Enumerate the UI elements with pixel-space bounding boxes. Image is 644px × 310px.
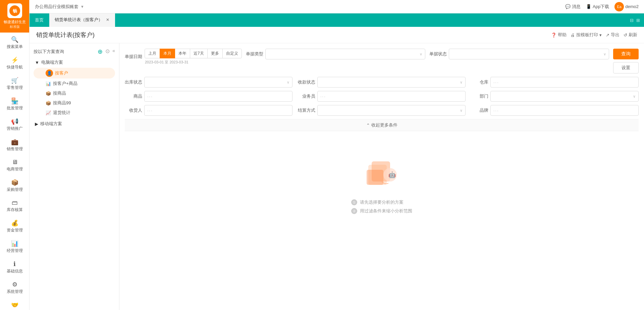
left-panel: 按以下方案查询 ⊕ ⊙ « ▼ 电脑端方案 👤 [30, 43, 119, 310]
sidebar-label-6: 电商管理 [7, 166, 23, 172]
setting-btn[interactable]: 设置 [613, 62, 639, 73]
customer-icon: 👤 [46, 69, 53, 77]
department-label: 部门 [471, 93, 488, 99]
payment-status-input[interactable]: ∨ [317, 77, 466, 88]
tab-minimize-icon[interactable]: ⊟ [630, 18, 634, 23]
out-status-filter: 出库状态 ∨ [125, 77, 292, 88]
department-filter: 部门 ∨ [471, 91, 639, 102]
sidebar-icon-3: 🏪 [11, 97, 18, 105]
tree-parent-mobile[interactable]: ▶ 移动端方案 [32, 119, 116, 129]
receiver-filter: 收货人 ··· [125, 105, 292, 116]
sidebar-label-4: 营销推广 [7, 126, 23, 132]
tip-text-1: 请先选择要分析的方案 [360, 199, 404, 205]
message-btn[interactable]: 💬 消息 [565, 4, 581, 10]
returns-icon: 📈 [46, 110, 51, 115]
sidebar-item-8[interactable]: 🗃库存核算 [0, 196, 29, 216]
svg-text:🤖: 🤖 [388, 171, 396, 178]
tab-sales-stat[interactable]: 销货单统计表（按客户） ✕ [49, 13, 115, 27]
out-status-input[interactable]: ∨ [144, 77, 292, 88]
message-icon: 💬 [565, 4, 571, 9]
doc-type-label: 单据类型 [246, 51, 263, 57]
doc-status-input[interactable]: ∨ [449, 49, 609, 59]
tree-child-goods[interactable]: 📦 按商品 [34, 89, 115, 98]
sidebar-item-12[interactable]: ⚙系统管理 [0, 277, 29, 298]
export-btn[interactable]: ↗ 导出 [606, 32, 620, 38]
print-dropdown-icon: ▾ [599, 33, 602, 38]
query-btn[interactable]: 查询 [613, 49, 639, 59]
sidebar-item-3[interactable]: 🏪批发管理 [0, 94, 29, 114]
sidebar-label-8: 库存核算 [7, 207, 23, 213]
app-download-btn[interactable]: 📱 App下载 [586, 4, 609, 10]
tree-child-by-customer[interactable]: 👤 按客户 [34, 68, 115, 79]
topbar-right: 💬 消息 📱 App下载 Ea demo2 [565, 2, 639, 11]
sidebar-item-4[interactable]: 📢营销推广 [0, 114, 29, 135]
tab-home[interactable]: 首页 [30, 13, 49, 27]
collapse-panel-btn[interactable]: « [112, 48, 115, 55]
empty-tip-2: ② 用过滤条件来缩小分析范围 [351, 208, 412, 214]
tab-home-label: 首页 [35, 17, 44, 23]
add-scheme-btn[interactable]: ⊕ [98, 48, 103, 55]
sidebar-icon-8: 🗃 [12, 199, 18, 206]
date-btn-custom[interactable]: 自定义 [222, 49, 242, 58]
sidebar-item-5[interactable]: 💼销售管理 [0, 135, 29, 155]
tab-close-icon[interactable]: ✕ [106, 17, 109, 22]
sidebar-item-11[interactable]: ℹ基础信息 [0, 257, 29, 277]
tab-actions: ⊟ ⊞ [626, 13, 644, 27]
department-input[interactable]: ∨ [490, 91, 639, 102]
sidebar-item-10[interactable]: 📊经营管理 [0, 237, 29, 257]
settlement-label: 结算方式 [298, 107, 315, 113]
doc-type-input[interactable]: ∨ [265, 49, 426, 59]
sidebar-item-1[interactable]: ⚡快捷导航 [0, 53, 29, 73]
date-btn-this-year[interactable]: 本年 [175, 49, 190, 58]
print-btn[interactable]: 🖨 按模板打印 ▾ [571, 32, 602, 38]
sidebar-icon-13: 🤝 [11, 301, 18, 309]
sidebar-icon-5: 💼 [11, 138, 18, 146]
action-buttons: 查询 设置 [613, 49, 639, 73]
sidebar-item-2[interactable]: 🛒零售管理 [0, 73, 29, 94]
customer-goods-icon: 📊 [46, 81, 51, 86]
date-btn-7days[interactable]: 近7天 [190, 49, 208, 58]
export-label: 导出 [611, 32, 620, 38]
sidebar-item-9[interactable]: 💰资金管理 [0, 216, 29, 237]
tree-parent-desktop[interactable]: ▼ 电脑端方案 [32, 57, 116, 67]
panel-header: 按以下方案查询 ⊕ ⊙ « [30, 46, 119, 57]
tree-child-returns[interactable]: 📈 退货统计 [34, 108, 115, 117]
tree-parent-label-mobile: 移动端方案 [40, 121, 62, 127]
logo-text: 畅捷通好生意 [4, 19, 26, 24]
brand-input[interactable]: ··· [490, 105, 639, 116]
collapse-bar[interactable]: ⌃ 收起更多条件 [125, 119, 639, 131]
sidebar-item-13[interactable]: 🤝企业协同 [0, 298, 29, 310]
page-title: 销货单统计表(按客户) [36, 31, 95, 39]
date-btn-last-month[interactable]: 上月 [145, 49, 160, 58]
date-btn-more[interactable]: 更多 [207, 49, 223, 58]
tree-child-customer-goods[interactable]: 📊 按客户+商品 [34, 79, 115, 88]
tab-maximize-icon[interactable]: ⊞ [636, 18, 640, 23]
warehouse-input[interactable]: ··· [490, 77, 639, 88]
warehouse-label: 仓库 [471, 79, 488, 85]
sidebar-label-5: 销售管理 [7, 146, 23, 152]
panel-header-title: 按以下方案查询 [34, 49, 64, 55]
filter-row-2: 出库状态 ∨ 收款状态 ∨ [125, 77, 639, 88]
refresh-btn[interactable]: ↺ 刷新 [624, 32, 637, 38]
salesperson-input[interactable]: ··· [317, 91, 466, 102]
receiver-input[interactable]: ··· [144, 105, 292, 116]
date-btn-this-month[interactable]: 本月 [160, 49, 175, 58]
goods-input[interactable]: ··· [144, 91, 292, 102]
tree-child-goods99[interactable]: 📦 按商品99 [34, 98, 115, 108]
svg-rect-4 [367, 170, 383, 185]
sidebar-icon-12: ⚙ [12, 281, 17, 288]
sidebar-item-0[interactable]: 🔍搜索菜单 [0, 33, 29, 53]
topbar-dropdown-icon[interactable]: ▾ [81, 4, 84, 9]
settlement-input[interactable]: ∨ [317, 105, 466, 116]
out-status-label: 出库状态 [125, 79, 142, 85]
settings-scheme-btn[interactable]: ⊙ [105, 48, 110, 55]
empty-tips: ① 请先选择要分析的方案 ② 用过滤条件来缩小分析范围 [351, 199, 412, 214]
goods-label: 按商品 [53, 90, 66, 96]
export-icon: ↗ [606, 33, 609, 38]
doc-type-filter: 单据类型 ∨ [246, 49, 426, 59]
user-area[interactable]: Ea demo2 [614, 2, 639, 11]
sidebar-item-7[interactable]: 📦采购管理 [0, 175, 29, 196]
help-btn[interactable]: ❓ 帮助 [551, 32, 567, 38]
empty-icon: 🤖 [362, 151, 402, 193]
sidebar-item-6[interactable]: 🖥电商管理 [0, 155, 29, 175]
